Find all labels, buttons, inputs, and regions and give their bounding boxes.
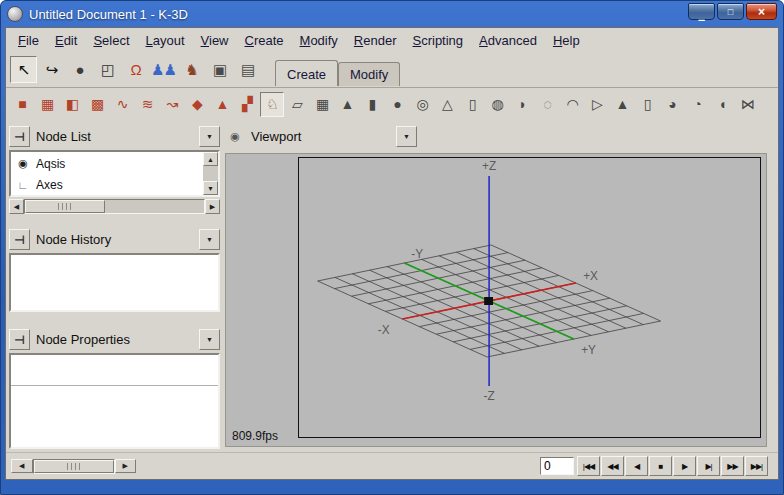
scroll-left-button[interactable]: ◀ [11,459,33,473]
render-frame-button[interactable]: ▤ [234,56,261,83]
scrollbar-thumb[interactable] [34,460,114,473]
polyhedron-cubes-button[interactable]: ▦ [35,92,59,117]
stop-button[interactable]: ■ [649,456,672,476]
nurbs-torus-button[interactable]: ◖ [710,92,734,117]
previous-frame-button[interactable]: ◀ [625,456,648,476]
paraboloid-button[interactable]: ◠ [560,92,584,117]
plane-button[interactable]: ▱ [285,92,309,117]
maximize-button[interactable]: □ [717,3,744,20]
nurbs-circle-button[interactable]: ◔ [685,92,709,117]
poly-sphere-button[interactable]: ● [385,92,409,117]
scroll-right-button[interactable]: ▶ [115,459,137,473]
menu-item[interactable]: View [193,30,237,51]
poly-cone-button[interactable]: ▲ [335,92,359,117]
tab-modify[interactable]: Modify [338,62,400,86]
previous-key-button[interactable]: ◀◀ [601,456,624,476]
arrow-curve-button[interactable]: ↝ [160,92,184,117]
node-list-vscrollbar[interactable]: ▲ ▼ [203,152,218,195]
scroll-up-button[interactable]: ▲ [203,152,218,166]
menu-item[interactable]: Scripting [405,30,472,51]
cylinder-button[interactable]: ▯ [460,92,484,117]
grid-button[interactable]: ▦ [310,92,334,117]
nurbs-cone-button[interactable]: ▲ [610,92,634,117]
tab-create[interactable]: Create [275,60,338,86]
play-button[interactable]: ▶ [673,456,696,476]
polyhedron-block-button[interactable]: ◧ [60,92,84,117]
menu-item[interactable]: Render [346,30,405,51]
bilinear-patch-button[interactable]: ⋈ [735,92,759,117]
scale-tool-button[interactable]: ◰ [94,56,121,83]
viewport-dropdown-button[interactable]: ▼ [396,126,417,147]
scrollbar-thumb[interactable] [25,200,105,213]
scroll-down-button[interactable]: ▼ [203,181,218,195]
axis-label-y-pos: +Y [581,343,596,357]
node-history-list[interactable] [9,253,220,312]
scroll-right-button[interactable]: ▶ [205,199,220,214]
menu-item[interactable]: Create [237,30,292,51]
node-properties-pin-button[interactable]: ⊣ [9,329,30,350]
rotate-view-button[interactable]: ● [66,56,93,83]
menu-item[interactable]: Help [545,30,588,51]
mascot-create-button[interactable]: ♘ [260,92,284,117]
community-button[interactable]: ♟♟ [150,56,177,83]
polyline-button[interactable]: ≋ [135,92,159,117]
node-list-item-label: Axes [36,178,63,192]
menu-item[interactable]: Modify [292,30,346,51]
menu-item[interactable]: Select [85,30,137,51]
main-toolbar: ↖ ↪ ● ◰ Ω [6,52,778,88]
polyhedron-grid-button[interactable]: ▩ [85,92,109,117]
last-frame-button[interactable]: ▶▶| [745,456,768,476]
chevron-down-icon: ▼ [206,236,213,243]
close-button[interactable]: × [746,3,777,20]
sphere-button[interactable]: ◍ [485,92,509,117]
node-list-item[interactable]: ∟ Axes [12,174,202,195]
mesh-button[interactable]: ▞ [235,92,259,117]
node-properties-list[interactable] [9,353,220,449]
node-properties-dropdown-button[interactable]: ▼ [199,329,220,350]
window-controls: ▁ □ × [688,1,777,20]
timeline-hscrollbar[interactable]: ◀ ▶ [11,459,136,474]
snap-button[interactable]: Ω [122,56,149,83]
next-frame-button[interactable]: ▶| [697,456,720,476]
node-history-header: ⊣ Node History ▼ [9,227,220,252]
polyhedron-cube-button[interactable]: ■ [10,92,34,117]
menu-item[interactable]: File [10,30,47,51]
hemisphere-button[interactable]: ◗ [510,92,534,117]
star-button[interactable]: ◆ [185,92,209,117]
node-history-pin-button[interactable]: ⊣ [9,229,30,250]
frame-entry[interactable] [540,457,574,475]
titlebar[interactable]: Untitled Document 1 - K-3D ▁ □ × [5,1,779,27]
poly-torus-button[interactable]: ◎ [410,92,434,117]
cone-button[interactable]: △ [435,92,459,117]
menu-item[interactable]: Advanced [471,30,545,51]
scroll-left-icon: ◀ [19,462,24,470]
node-list-dropdown-button[interactable]: ▼ [199,126,220,147]
minimize-button[interactable]: ▁ [688,3,715,20]
hyperboloid-button[interactable]: ▷ [585,92,609,117]
render-preview-button[interactable]: ▣ [206,56,233,83]
select-tool-button[interactable]: ↖ [10,56,37,83]
first-frame-button[interactable]: |◀◀ [577,456,600,476]
move-tool-button[interactable]: ↪ [38,56,65,83]
disk-button[interactable]: ◌ [535,92,559,117]
red-cone-button[interactable]: ▲ [210,92,234,117]
scroll-left-button[interactable]: ◀ [9,199,24,214]
nurbs-cylinder-button[interactable]: ▯ [635,92,659,117]
viewport-canvas[interactable]: +Z -Z +X -X +Y -Y 809.9fps [225,153,767,447]
curve-button[interactable]: ∿ [110,92,134,117]
node-list-hscrollbar[interactable]: ◀ ▶ [9,199,220,214]
transport-controls: |◀◀ ◀◀ ◀ ■ ▶ ▶| ▶▶ ▶▶| [540,456,768,476]
poly-cylinder-button[interactable]: ▮ [360,92,384,117]
menu-item[interactable]: Edit [47,30,85,51]
mascot-button[interactable]: ♞ [178,56,205,83]
nurbs-sphere-button[interactable]: ◕ [660,92,684,117]
pin-icon: ⊣ [14,233,25,247]
app-window: Untitled Document 1 - K-3D ▁ □ × FileEdi… [0,0,784,495]
node-list-pin-button[interactable]: ⊣ [9,126,30,147]
menubar: FileEditSelectLayoutViewCreateModifyRend… [6,28,778,52]
next-key-button[interactable]: ▶▶ [721,456,744,476]
pin-icon: ⊣ [14,130,25,144]
menu-item[interactable]: Layout [138,30,193,51]
node-list-item[interactable]: ◉ Aqsis [12,153,202,174]
node-history-dropdown-button[interactable]: ▼ [199,229,220,250]
